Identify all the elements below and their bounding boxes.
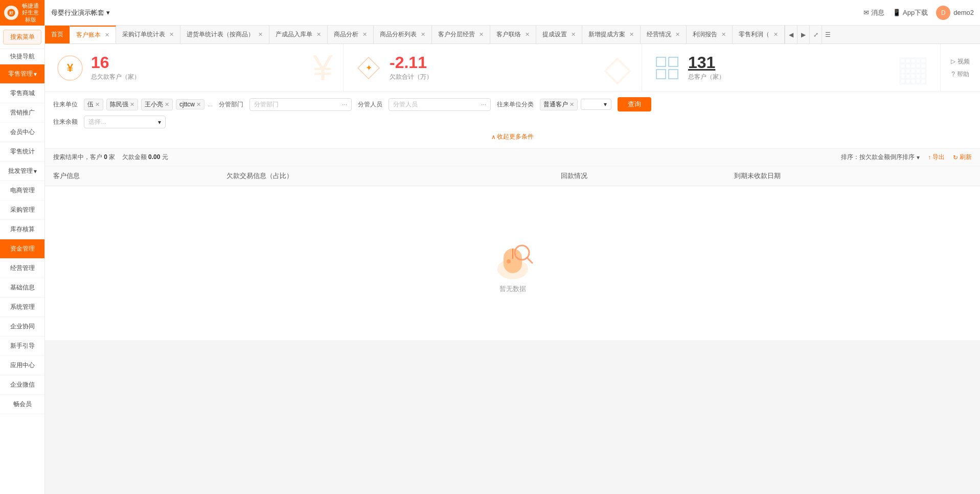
results-bar: 搜索结果中，客户 0 家 欠款金额 0.00 元 排序：按欠款金额倒序排序 ▾ … [45,149,980,166]
sidebar-item-marketing[interactable]: 营销推广 [0,103,44,123]
sidebar-item-operations[interactable]: 经营管理 [0,259,44,278]
industry-selector[interactable]: 母婴行业演示帐套 ▾ [51,8,110,17]
help-icon: ? [951,71,955,78]
sidebar-item-enterprise-collab[interactable]: 企业协同 [0,317,44,336]
query-button[interactable]: 查询 [618,97,651,111]
balance-chevron: ▾ [158,119,161,126]
sort-chevron: ▾ [917,154,920,161]
balance-filter-label: 往来余额 [53,118,78,126]
tab-purchase-order-stats[interactable]: 采购订单统计表 ✕ [116,26,180,44]
tab-add-commission[interactable]: 新增提成方案 ✕ [582,26,641,44]
sidebar-item-basic-info[interactable]: 基础信息 [0,278,44,298]
stat-value-total: 131 [688,54,725,71]
balance-select[interactable]: 选择... ▾ [84,116,166,128]
remove-tag-chen[interactable]: ✕ [130,101,134,108]
sidebar-item-member-center[interactable]: 会员中心 [0,123,44,142]
unit-tag-cj: cjttcw ✕ [176,99,204,109]
tab-close-4[interactable]: ✕ [316,31,321,38]
remove-tag-wu[interactable]: ✕ [95,101,100,108]
tab-profit-report[interactable]: 利润报告 ✕ [687,26,733,44]
col-debt-info: 欠款交易信息（占比） [218,166,553,186]
results-actions: 排序：按欠款金额倒序排序 ▾ ↑ 导出 ↻ 刷新 [841,153,972,162]
unit-tag-chen: 陈民强 ✕ [106,99,138,110]
svg-rect-9 [669,70,678,79]
industry-dropdown-icon: ▾ [106,9,110,16]
stat-label-total: 总客户（家） [688,73,725,81]
page-content: ¥ ¥ 16 总欠款客户（家） ◇ ✦ [45,44,980,494]
sidebar-item-purchase[interactable]: 采购管理 [0,200,44,220]
tab-close-7[interactable]: ✕ [479,31,484,38]
sidebar-item-retail-mgmt[interactable]: 零售管理 ▾ [0,64,44,84]
sidebar-item-member-plus[interactable]: 畅会员 [0,395,44,414]
tab-close-12[interactable]: ✕ [721,31,726,38]
tab-close-3[interactable]: ✕ [258,31,263,38]
search-menu-button[interactable]: 搜索菜单 [3,30,41,44]
sidebar-item-finance[interactable]: 资金管理 [0,239,44,259]
tab-stock-stats[interactable]: 进货单统计表（按商品） ✕ [180,26,269,44]
unit-more-btn[interactable]: ... [208,101,213,108]
tab-close-11[interactable]: ✕ [675,31,680,38]
tab-close-10[interactable]: ✕ [629,31,634,38]
tab-home[interactable]: 首页 [45,26,70,44]
collapse-button[interactable]: ∧ 收起更多条件 [491,132,534,141]
app-download-button[interactable]: 📱 App下载 [893,8,928,17]
tab-production-instock[interactable]: 产成品入库单 ✕ [269,26,328,44]
dept-select[interactable]: 分管部门 ··· [249,98,352,111]
stat-content-1: 16 总欠款客户（家） [91,54,140,81]
export-button[interactable]: ↑ 导出 [928,153,945,162]
sidebar-item-enterprise-wechat[interactable]: 企业微信 [0,375,44,395]
svg-text:¥: ¥ [67,61,74,74]
sidebar-item-app-center[interactable]: 应用中心 [0,356,44,375]
tab-fullscreen[interactable]: ⤢ [809,26,822,44]
unit-tag-wu: 伍 ✕ [84,99,103,110]
user-profile[interactable]: D demo2 [936,6,974,20]
tab-close-5[interactable]: ✕ [362,31,367,38]
sidebar-item-beginner[interactable]: 新手引导 [0,336,44,356]
sidebar-item-wholesale-mgmt[interactable]: 批发管理 ▾ [0,162,44,181]
stat-card-customers: ¥ ¥ 16 总欠款客户（家） [45,44,344,92]
svg-text:✦: ✦ [366,63,372,72]
stat-bg-icon-1: ¥ [313,48,333,88]
sidebar-item-system[interactable]: 系统管理 [0,298,44,317]
quick-nav-button[interactable]: 快捷导航 [0,49,44,64]
sidebar-item-retail-stats[interactable]: 零售统计 [0,142,44,162]
tab-nav-next[interactable]: ▶ [797,26,809,44]
remove-tag-cj[interactable]: ✕ [196,101,201,108]
tab-close-2[interactable]: ✕ [169,31,174,38]
tab-customer-layer[interactable]: 客户分层经营 ✕ [432,26,490,44]
sort-select[interactable]: 排序：按欠款金额倒序排序 ▾ [841,153,920,162]
message-button[interactable]: ✉ 消息 [863,8,884,17]
sidebar-item-inventory[interactable]: 库存核算 [0,220,44,239]
tab-customer-contact[interactable]: 客户联络 ✕ [490,26,536,44]
home-tab-label: 首页 [51,30,63,39]
tab-retail-profit[interactable]: 零售利润（ ✕ [733,26,785,44]
refresh-button[interactable]: ↻ 刷新 [953,153,972,162]
results-info: 搜索结果中，客户 0 家 欠款金额 0.00 元 [53,153,168,162]
tab-close-13[interactable]: ✕ [773,31,778,38]
video-link[interactable]: ▷ 视频 [951,57,970,66]
person-select[interactable]: 分管人员 ··· [389,98,491,111]
tab-operations[interactable]: 经营情况 ✕ [641,26,687,44]
tab-bar: 首页 客户账本 ✕ 采购订单统计表 ✕ 进货单统计表（按商品） ✕ 产成品入库单… [45,26,980,44]
sidebar-item-ecommerce[interactable]: 电商管理 [0,181,44,200]
remove-tag-normal[interactable]: ✕ [569,101,574,108]
content-inner: ¥ ¥ 16 总欠款客户（家） ◇ ✦ [45,44,980,341]
tab-close-6[interactable]: ✕ [421,31,425,38]
tab-close-9[interactable]: ✕ [571,31,576,38]
category-select[interactable]: ▾ [581,99,611,110]
tab-product-analysis[interactable]: 商品分析 ✕ [328,26,374,44]
stat-value-customers: 16 [91,54,140,71]
sidebar-item-retail-mall[interactable]: 零售商城 [0,84,44,103]
tab-close-icon[interactable]: ✕ [105,32,109,38]
sidebar: 好 畅捷通好生意 标版 搜索菜单 快捷导航 零售管理 ▾ 零售商城 营销推广 会… [0,0,45,494]
tab-close-8[interactable]: ✕ [525,31,530,38]
tab-commission-settings[interactable]: 提成设置 ✕ [536,26,582,44]
stat-icon-2: ✦ [356,55,381,81]
remove-tag-wang[interactable]: ✕ [165,101,169,108]
tab-nav-prev[interactable]: ◀ [785,26,797,44]
tab-customer-ledger[interactable]: 客户账本 ✕ [70,26,116,44]
tab-product-analysis-list[interactable]: 商品分析列表 ✕ [374,26,432,44]
help-link[interactable]: ? 帮助 [951,70,969,79]
message-icon: ✉ [863,9,869,16]
tab-menu[interactable]: ☰ [822,26,834,44]
